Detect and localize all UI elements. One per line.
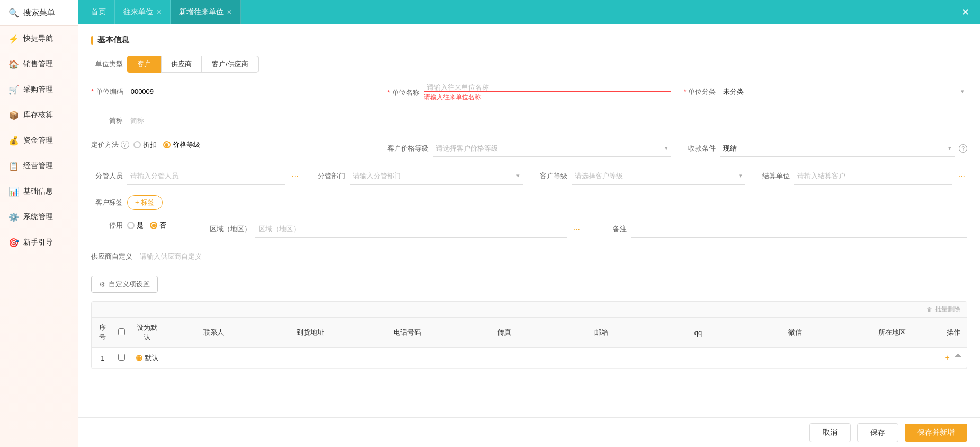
tab-new-partner-close[interactable]: ✕ xyxy=(227,8,232,16)
content-area: 基本信息 单位类型 客户 供应商 客户/供应商 单位编码 单位名称 xyxy=(78,24,980,417)
search-icon: 🔍 xyxy=(8,7,19,18)
row-wechat[interactable] xyxy=(747,348,844,369)
customer-price-level-placeholder: 请选择客户价格等级 xyxy=(436,144,498,153)
department-placeholder: 请输入分管部门 xyxy=(353,171,401,181)
row-select-checkbox[interactable] xyxy=(118,354,125,361)
customer-level-chevron: ▾ xyxy=(739,172,742,179)
col-index: 序号 xyxy=(92,318,114,348)
row-phone-input[interactable] xyxy=(363,354,452,362)
sidebar-item-sales[interactable]: 🏠 销售管理 xyxy=(0,51,78,77)
row-qq-input[interactable] xyxy=(654,354,743,362)
manager-dots-btn[interactable]: ··· xyxy=(289,171,300,181)
row-fax[interactable] xyxy=(456,348,553,369)
unit-type-customer-btn[interactable]: 客户 xyxy=(127,56,161,73)
system-icon: ⚙️ xyxy=(8,212,19,222)
manager-label: 分管人员 xyxy=(91,171,123,181)
pricing-level-option[interactable]: 价格等级 xyxy=(163,140,200,150)
row-delete-btn[interactable]: 🗑 xyxy=(954,353,963,363)
short-name-row: 简称 xyxy=(91,112,967,129)
row-qq[interactable] xyxy=(650,348,747,369)
department-select[interactable]: 请输入分管部门 ▾ xyxy=(350,168,523,185)
customer-price-level-select[interactable]: 请选择客户价格等级 ▾ xyxy=(433,140,671,157)
sidebar-item-system[interactable]: ⚙️ 系统管理 xyxy=(0,204,78,230)
tag-row: 客户标签 + 标签 xyxy=(91,195,967,210)
region-input[interactable] xyxy=(255,221,567,238)
unit-type-both-btn[interactable]: 客户/供应商 xyxy=(202,56,259,73)
pricing-discount-option[interactable]: 折扣 xyxy=(133,140,157,150)
purchase-icon: 🛒 xyxy=(8,84,19,95)
add-tag-button[interactable]: + 标签 xyxy=(127,195,163,210)
row-add-btn[interactable]: + xyxy=(945,353,950,363)
sidebar-item-inventory[interactable]: 📦 库存核算 xyxy=(0,102,78,128)
settlement-unit-dots-btn[interactable]: ··· xyxy=(956,171,967,181)
tab-partners-label: 往来单位 xyxy=(123,7,153,17)
unit-code-input[interactable] xyxy=(128,83,375,100)
row-address-input[interactable] xyxy=(266,354,355,362)
sidebar-item-newbie[interactable]: 🎯 新手引导 xyxy=(0,230,78,255)
sidebar-item-operations[interactable]: 📋 经营管理 xyxy=(0,153,78,179)
sidebar-item-finance[interactable]: 💰 资金管理 xyxy=(0,128,78,153)
manager-input[interactable] xyxy=(127,168,285,185)
tab-bar-close-button[interactable]: ✕ xyxy=(955,6,976,18)
remark-input[interactable] xyxy=(631,221,967,238)
pricing-help-icon[interactable]: ? xyxy=(121,141,129,149)
unit-type-supplier-btn[interactable]: 供应商 xyxy=(161,56,202,73)
row-email-input[interactable] xyxy=(557,354,646,362)
row-address[interactable] xyxy=(262,348,359,369)
row-contact[interactable] xyxy=(165,348,262,369)
batch-delete-button[interactable]: 🗑 批量删除 xyxy=(926,305,960,314)
unit-category-chevron: ▾ xyxy=(961,88,964,95)
row-phone[interactable] xyxy=(359,348,456,369)
batch-delete-label: 批量删除 xyxy=(935,305,960,314)
row-email[interactable] xyxy=(553,348,650,369)
disabled-yes-option[interactable]: 是 xyxy=(127,221,144,230)
customer-price-level-label: 客户价格等级 xyxy=(387,144,429,153)
row-wechat-input[interactable] xyxy=(751,354,840,362)
bottom-action-bar: 取消 保存 保存并新增 xyxy=(78,417,980,447)
customer-level-select[interactable]: 请选择客户等级 ▾ xyxy=(572,168,745,185)
sidebar-item-purchase[interactable]: 🛒 采购管理 xyxy=(0,77,78,102)
row-fax-input[interactable] xyxy=(460,354,549,362)
tab-new-partner[interactable]: 新增往来单位 ✕ xyxy=(171,0,241,24)
unit-type-row: 单位类型 客户 供应商 客户/供应商 xyxy=(91,56,967,73)
supplier-custom-input[interactable] xyxy=(137,248,271,265)
pricing-discount-label: 折扣 xyxy=(143,140,157,150)
disabled-no-label: 否 xyxy=(159,221,166,230)
customer-price-level-field: 客户价格等级 请选择客户价格等级 ▾ xyxy=(387,140,671,157)
disabled-yes-radio xyxy=(127,222,135,229)
sidebar-item-quicknav[interactable]: ⚡ 快捷导航 xyxy=(0,26,78,51)
row-contact-input[interactable] xyxy=(170,354,258,362)
unit-name-label: 单位名称 xyxy=(387,88,420,98)
pricing-method-field: 定价方法 ? 折扣 价格等级 xyxy=(91,140,375,150)
manager-field: 分管人员 ··· xyxy=(91,168,301,185)
custom-settings-label: 自定义项设置 xyxy=(109,279,150,289)
custom-settings-row: ⚙ 自定义项设置 xyxy=(91,276,967,293)
payment-terms-select[interactable]: 现结 ▾ xyxy=(720,140,955,157)
region-dots-btn[interactable]: ··· xyxy=(571,224,582,234)
unit-name-input[interactable] xyxy=(424,83,671,92)
row-default: 默认 xyxy=(129,348,165,369)
save-and-new-button[interactable]: 保存并新增 xyxy=(905,424,967,442)
row-location-input[interactable] xyxy=(848,354,937,362)
short-name-input[interactable] xyxy=(127,112,271,129)
tab-new-partner-label: 新增往来单位 xyxy=(179,7,224,17)
save-button[interactable]: 保存 xyxy=(857,423,898,442)
tab-partners-close[interactable]: ✕ xyxy=(156,8,162,16)
disabled-no-option[interactable]: 否 xyxy=(150,221,166,230)
custom-settings-button[interactable]: ⚙ 自定义项设置 xyxy=(91,276,158,293)
sidebar-item-search[interactable]: 🔍 搜索菜单 xyxy=(0,0,78,26)
table-row: 1 默认 xyxy=(92,348,967,369)
row-default-radio[interactable] xyxy=(136,355,142,361)
customer-tag-field: 客户标签 + 标签 xyxy=(91,195,163,210)
settlement-unit-input[interactable] xyxy=(794,168,952,185)
tab-home[interactable]: 首页 xyxy=(83,0,115,24)
payment-help-icon[interactable]: ? xyxy=(959,144,967,153)
table-header-row: 🗑 批量删除 xyxy=(92,302,967,318)
cancel-button[interactable]: 取消 xyxy=(809,423,851,442)
select-all-checkbox[interactable] xyxy=(118,328,125,335)
sidebar-item-finance-label: 资金管理 xyxy=(23,136,53,145)
row-location[interactable] xyxy=(844,348,941,369)
sidebar-item-basic[interactable]: 📊 基础信息 xyxy=(0,179,78,204)
unit-category-select[interactable]: 未分类 ▾ xyxy=(720,83,967,100)
tab-partners[interactable]: 往来单位 ✕ xyxy=(115,0,171,24)
